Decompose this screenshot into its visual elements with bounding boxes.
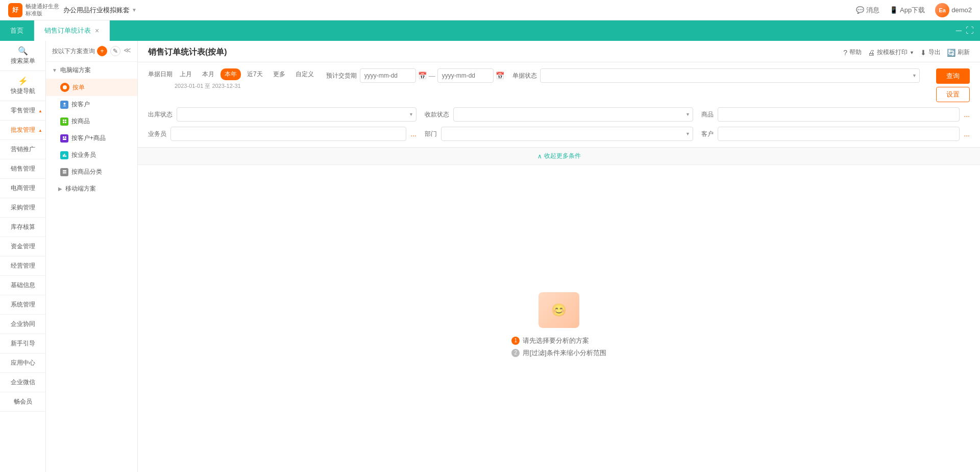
doc-status-group: 单据状态 bbox=[512, 68, 920, 83]
date-tab-this-month[interactable]: 本月 bbox=[198, 68, 218, 80]
logo-icon: 好 bbox=[8, 3, 22, 17]
top-bar-title[interactable]: 办公用品行业模拟账套 ▼ bbox=[63, 6, 856, 15]
date-tab-last-month[interactable]: 上月 bbox=[176, 68, 196, 80]
help-button[interactable]: ? 帮助 bbox=[843, 48, 862, 57]
date-tab-this-year[interactable]: 本年 bbox=[220, 68, 241, 80]
calendar-from-icon[interactable]: 📅 bbox=[418, 72, 427, 80]
sidebar-item-system[interactable]: 系统管理 bbox=[0, 295, 45, 315]
scheme-panel-actions: + ✎ ≪ bbox=[97, 46, 131, 56]
goods-label: 商品 bbox=[701, 110, 714, 119]
sidebar-item-finance[interactable]: 资金管理 bbox=[0, 237, 45, 256]
scheme-item-by-order[interactable]: 按单 bbox=[46, 79, 137, 96]
sidebar-item-marketing[interactable]: 营销推广 bbox=[0, 140, 45, 159]
delivery-status-select[interactable] bbox=[177, 107, 416, 122]
content-area: 按以下方案查询 + ✎ ≪ ▼ 电脑端方案 按单 bbox=[46, 41, 980, 472]
refresh-button[interactable]: 🔄 刷新 bbox=[947, 48, 970, 57]
dropdown-arrow-icon[interactable]: ▼ bbox=[132, 7, 137, 13]
svg-rect-5 bbox=[65, 122, 66, 123]
collapse-more-conditions-button[interactable]: ∧ 收起更多条件 bbox=[537, 152, 581, 160]
logo-text: 畅捷通好生意 标准版 bbox=[26, 3, 59, 16]
scheme-item-by-customer-goods[interactable]: 按客户+商品 bbox=[46, 130, 137, 147]
edit-scheme-button[interactable]: ✎ bbox=[110, 46, 120, 56]
collapse-scheme-button[interactable]: ≪ bbox=[124, 46, 131, 56]
minimize-window-icon[interactable]: ─ bbox=[956, 26, 962, 35]
print-icon: 🖨 bbox=[868, 49, 875, 57]
message-action[interactable]: 💬 消息 bbox=[856, 6, 879, 15]
app-download-action[interactable]: 📱 App下载 bbox=[890, 6, 925, 15]
search-button[interactable]: 查询 bbox=[936, 68, 970, 84]
sidebar-item-wholesale[interactable]: 批发管理 bbox=[0, 121, 45, 140]
date-tab-more[interactable]: 更多 bbox=[269, 68, 289, 80]
dept-label: 部门 bbox=[425, 130, 437, 138]
filter-row-2: 出库状态 收款状态 bbox=[148, 107, 970, 122]
group-arrow-icon: ▼ bbox=[52, 67, 57, 73]
tab-sales-order-stats[interactable]: 销售订单统计表 × bbox=[34, 20, 110, 41]
customer-label: 客户 bbox=[701, 130, 714, 138]
collapse-bar[interactable]: ∧ 收起更多条件 bbox=[138, 148, 980, 165]
date-tab-last-7-days[interactable]: 近7天 bbox=[243, 68, 267, 80]
customer-more-button[interactable]: ... bbox=[964, 130, 970, 138]
nav-tabs: 首页 销售订单统计表 × ─ ⛶ bbox=[0, 20, 980, 41]
payment-status-select[interactable] bbox=[453, 107, 693, 122]
main-layout: 🔍 搜索菜单 ⚡ 快捷导航 零售管理 批发管理 营销推广 销售管理 电商管理 采… bbox=[0, 41, 980, 472]
sidebar-item-search-menu[interactable]: 🔍 搜索菜单 bbox=[0, 41, 45, 71]
sidebar-item-purchase[interactable]: 采购管理 bbox=[0, 198, 45, 218]
doc-status-select[interactable] bbox=[540, 68, 920, 83]
sidebar-item-operations[interactable]: 经营管理 bbox=[0, 256, 45, 276]
close-tab-icon[interactable]: × bbox=[95, 27, 99, 34]
tab-home[interactable]: 首页 bbox=[0, 20, 34, 41]
collapse-icon: ∧ bbox=[537, 153, 542, 160]
customer-input[interactable] bbox=[718, 127, 960, 141]
sidebar: 🔍 搜索菜单 ⚡ 快捷导航 零售管理 批发管理 营销推广 销售管理 电商管理 采… bbox=[0, 41, 46, 472]
pc-scheme-group-header[interactable]: ▼ 电脑端方案 bbox=[46, 62, 137, 79]
pc-scheme-group: ▼ 电脑端方案 按单 按客户 bbox=[46, 62, 137, 180]
sidebar-item-newbie[interactable]: 新手引导 bbox=[0, 334, 45, 353]
avatar: Ea bbox=[935, 3, 949, 17]
sidebar-item-inventory[interactable]: 库存核算 bbox=[0, 218, 45, 237]
svg-rect-12 bbox=[63, 170, 66, 171]
search-btn-area: 查询 设置 bbox=[928, 68, 970, 102]
goods-more-button[interactable]: ... bbox=[964, 110, 970, 119]
svg-rect-14 bbox=[63, 173, 66, 174]
scheme-item-by-customer[interactable]: 按客户 bbox=[46, 96, 137, 113]
settings-button[interactable]: 设置 bbox=[936, 87, 970, 102]
sidebar-item-basic-info[interactable]: 基础信息 bbox=[0, 276, 45, 295]
sidebar-item-enterprise[interactable]: 企业协同 bbox=[0, 315, 45, 334]
scheme-item-by-goods[interactable]: 按商品 bbox=[46, 113, 137, 130]
sidebar-item-quick-nav[interactable]: ⚡ 快捷导航 bbox=[0, 71, 45, 101]
svg-rect-3 bbox=[65, 120, 66, 121]
expected-date-to-input[interactable] bbox=[437, 68, 494, 83]
mobile-scheme-group-header[interactable]: ▶ 移动端方案 bbox=[46, 180, 137, 197]
page-header-actions: ? 帮助 🖨 按模板打印 ▼ ⬇ 导出 🔄 刷新 bbox=[843, 48, 970, 57]
goods-input[interactable] bbox=[718, 107, 960, 122]
expected-date-group: 预计交货期 📅 — 📅 bbox=[326, 68, 504, 83]
sidebar-item-member[interactable]: 畅会员 bbox=[0, 392, 45, 412]
expected-date-label: 预计交货期 bbox=[326, 72, 357, 80]
date-range-hint: 2023-01-01 至 2023-12-31 bbox=[148, 82, 318, 90]
scheme-item-by-salesman[interactable]: 按业务员 bbox=[46, 147, 137, 163]
scheme-item-by-goods-category[interactable]: 按商品分类 bbox=[46, 163, 137, 180]
svg-rect-8 bbox=[63, 138, 66, 140]
date-tab-custom[interactable]: 自定义 bbox=[291, 68, 318, 80]
scheme-icon-customer bbox=[60, 101, 68, 109]
salesman-more-button[interactable]: ... bbox=[410, 130, 416, 138]
add-scheme-button[interactable]: + bbox=[97, 46, 107, 56]
delivery-status-label: 出库状态 bbox=[148, 110, 173, 119]
calendar-to-icon[interactable]: 📅 bbox=[496, 72, 504, 80]
export-button[interactable]: ⬇ 导出 bbox=[920, 48, 941, 57]
mobile-group-arrow-icon: ▶ bbox=[58, 186, 62, 192]
salesman-input[interactable] bbox=[170, 127, 406, 141]
expected-date-from-input[interactable] bbox=[360, 68, 416, 83]
dept-select[interactable] bbox=[441, 127, 693, 141]
payment-status-group: 收款状态 bbox=[425, 107, 693, 122]
sidebar-item-retail[interactable]: 零售管理 bbox=[0, 101, 45, 121]
sidebar-item-ecommerce[interactable]: 电商管理 bbox=[0, 179, 45, 198]
maximize-window-icon[interactable]: ⛶ bbox=[966, 26, 974, 35]
sidebar-item-app-center[interactable]: 应用中心 bbox=[0, 353, 45, 373]
sidebar-item-sales[interactable]: 销售管理 bbox=[0, 159, 45, 179]
template-print-button[interactable]: 🖨 按模板打印 ▼ bbox=[868, 48, 914, 57]
tab-controls: ─ ⛶ bbox=[950, 20, 980, 41]
scheme-icon-customer-goods bbox=[60, 134, 68, 143]
sidebar-item-enterprise-wechat[interactable]: 企业微信 bbox=[0, 373, 45, 392]
user-menu[interactable]: Ea demo2 bbox=[935, 3, 972, 17]
